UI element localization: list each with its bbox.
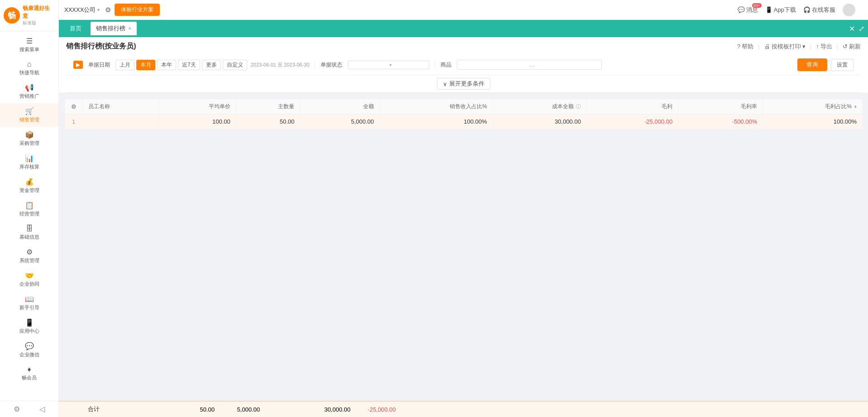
nav-icon-6: 💰	[25, 177, 34, 186]
gross-pct-info-icon[interactable]: ♦	[854, 104, 857, 109]
sidebar-item-13[interactable]: 💬企业微信	[0, 338, 58, 362]
date-btn-current-month[interactable]: 本月	[136, 60, 155, 70]
nav-icon-0: ☰	[26, 37, 33, 45]
nav-label-10: 企业协同	[19, 281, 39, 288]
cell-rank: 1	[65, 115, 83, 129]
nav-label-13: 企业微信	[19, 351, 39, 358]
nav-label-3: 销售管理	[19, 116, 39, 123]
topbar-gear-icon[interactable]: ⚙	[105, 6, 111, 14]
avatar[interactable]	[843, 4, 855, 16]
date-btn-more[interactable]: 更多	[202, 60, 221, 70]
tabbar: 首页 销售排行榜 × ✕ ⤢	[59, 20, 868, 37]
nav-label-11: 新手引导	[19, 304, 39, 311]
refresh-link[interactable]: ↺ 刷新	[843, 43, 861, 51]
tab-sales-ranking[interactable]: 销售排行榜 ×	[91, 22, 137, 35]
filter-separator	[315, 60, 315, 69]
date-btn-last-month[interactable]: 上月	[115, 60, 134, 70]
tab-home[interactable]: 首页	[62, 20, 89, 37]
expand-more-button[interactable]: ∨ 展开更多条件	[437, 78, 490, 90]
nav-icon-12: 📱	[25, 318, 34, 327]
tabbar-right: ✕ ⤢	[849, 24, 864, 33]
nav-icon-2: 📢	[25, 83, 34, 92]
table-body: 1 100.00 50.00 5,000.00 100.00% 30,000.0…	[65, 115, 863, 129]
export-link[interactable]: ↑ 导出	[816, 43, 832, 51]
filter-separator-2	[435, 60, 435, 69]
cell-gross-pct: 100.00%	[763, 115, 863, 129]
col-settings[interactable]: ⚙	[65, 99, 83, 115]
nav-label-0: 搜索菜单	[19, 46, 39, 53]
tab-close-all-icon[interactable]: ✕	[849, 24, 855, 33]
sidebar-item-6[interactable]: 💰资金管理	[0, 174, 58, 197]
cost-info-icon[interactable]: ⓘ	[576, 104, 581, 109]
sidebar-footer: ⚙ ◁	[0, 401, 58, 417]
col-qty: 主数量	[236, 99, 300, 115]
goods-select[interactable]: …	[457, 60, 602, 70]
sidebar-item-4[interactable]: 📦采购管理	[0, 127, 58, 150]
date-btn-current-year[interactable]: 本年	[157, 60, 176, 70]
company-selector[interactable]: XXXXX公司 ▾	[64, 6, 100, 14]
tab-expand-icon[interactable]: ⤢	[858, 24, 864, 33]
col-settings-icon[interactable]: ⚙	[71, 103, 77, 110]
sidebar-logo: 畅 畅康通好生意 标准版	[0, 0, 58, 31]
status-select[interactable]: ▾	[348, 61, 429, 69]
sidebar-item-14[interactable]: ♦畅会员	[0, 362, 58, 385]
cell-gross: -25,000.00	[586, 115, 678, 129]
nav-icon-3: 🛒	[25, 107, 34, 115]
export-icon: ↑	[816, 43, 819, 50]
col-total: 全额	[300, 99, 379, 115]
sidebar-item-2[interactable]: 📢营销推广	[0, 80, 58, 103]
sidebar-item-0[interactable]: ☰搜索菜单	[0, 33, 58, 57]
sidebar-item-10[interactable]: 🤝企业协同	[0, 268, 58, 291]
total-cost: 30,000.00	[305, 406, 350, 413]
refresh-icon: ↺	[843, 43, 848, 50]
sidebar-item-12[interactable]: 📱应用中心	[0, 315, 58, 338]
nav-label-4: 采购管理	[19, 140, 39, 147]
sidebar-item-11[interactable]: 📖新手引导	[0, 291, 58, 315]
expand-row: ∨ 展开更多条件	[66, 75, 861, 93]
goods-dots-icon[interactable]: …	[529, 62, 598, 68]
query-button[interactable]: 查询	[797, 58, 827, 71]
download-icon: 📱	[765, 6, 772, 13]
nav-icon-4: 📦	[25, 130, 34, 139]
cell-revenue-pct: 100.00%	[379, 115, 493, 129]
nav-icon-14: ♦	[27, 365, 31, 374]
filter-toggle-icon[interactable]: ▶	[73, 61, 83, 69]
date-range-display: 2023-06-01 至 2023-06-30	[251, 62, 310, 68]
page-title-row: 销售排行榜(按业务员) ? 帮助 | 🖨 按模板打印 ▾ | ↑	[66, 42, 861, 51]
nav-icon-9: ⚙	[26, 248, 33, 256]
main-area: XXXXX公司 ▾ ⚙ 体验行业方案 💬 消息 99+ 📱 App下载 🎧 在线…	[59, 0, 868, 417]
col-cost: 成本全额 ⓘ	[493, 99, 586, 115]
settings-button[interactable]: 设置	[831, 59, 854, 71]
sidebar-nav: ☰搜索菜单⌂快捷导航📢营销推广🛒销售管理📦采购管理📊库存核算💰资金管理📋经营管理…	[0, 31, 58, 401]
sidebar-item-8[interactable]: 🗄基础信息	[0, 221, 58, 244]
collapse-icon[interactable]: ◁	[39, 405, 45, 413]
date-label: 单据日期	[88, 61, 110, 69]
goods-label: 商品	[441, 61, 451, 69]
cell-total: 5,000.00	[300, 115, 379, 129]
help-link[interactable]: ? 帮助	[737, 43, 753, 51]
nav-icon-5: 📊	[25, 154, 34, 163]
settings-footer-icon[interactable]: ⚙	[14, 405, 20, 413]
nav-label-14: 畅会员	[22, 374, 37, 381]
online-service-item[interactable]: 🎧 在线客服	[803, 6, 835, 14]
sidebar-item-1[interactable]: ⌂快捷导航	[0, 57, 58, 80]
col-gross-rate: 毛利率	[678, 99, 763, 115]
message-item[interactable]: 💬 消息 99+	[738, 6, 758, 14]
date-btn-custom[interactable]: 自定义	[223, 60, 247, 70]
sidebar-item-5[interactable]: 📊库存核算	[0, 150, 58, 174]
app-download-item[interactable]: 📱 App下载	[765, 6, 796, 14]
sidebar-item-7[interactable]: 📋经营管理	[0, 197, 58, 221]
tab-close-icon[interactable]: ×	[128, 25, 131, 32]
template-print-link[interactable]: 🖨 按模板打印 ▾	[764, 43, 806, 51]
header-row: ⚙ 员工名称 平均单价 主数量 全额 销售收入占比% 成本全额 ⓘ 毛利 毛利率…	[65, 99, 863, 115]
sidebar-item-3[interactable]: 🛒销售管理	[0, 103, 58, 127]
try-industry-button[interactable]: 体验行业方案	[115, 4, 160, 16]
filter-row: ▶ 单据日期 上月 本月 本年 近7天 更多 自定义 2023-06-01 至 …	[66, 55, 861, 75]
topbar-right: 💬 消息 99+ 📱 App下载 🎧 在线客服	[738, 4, 863, 16]
total-amount: 5,000.00	[215, 406, 260, 413]
expand-label: 展开更多条件	[449, 80, 484, 88]
col-gross-pct: 毛利占比% ♦	[763, 99, 863, 115]
sidebar-item-9[interactable]: ⚙系统管理	[0, 244, 58, 268]
date-btn-7days[interactable]: 近7天	[178, 60, 200, 70]
refresh-label: 刷新	[849, 43, 861, 51]
